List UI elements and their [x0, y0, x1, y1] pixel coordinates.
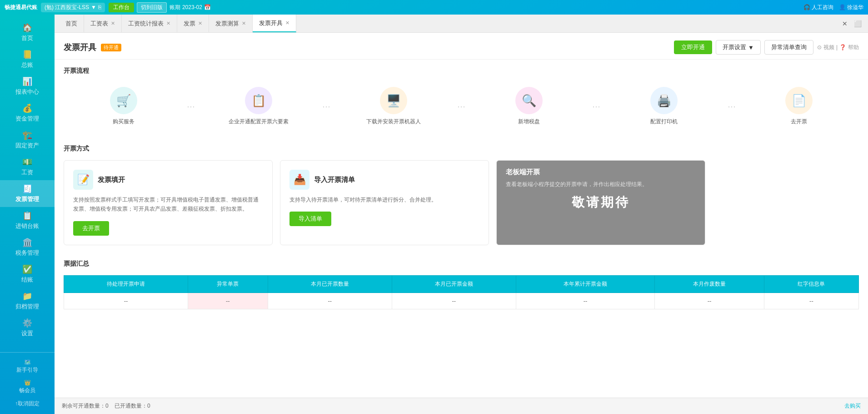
import-invoice-desc: 支持导入待开票清单，可对待开票清单进行拆分、合并处理。 — [289, 195, 479, 204]
page-header: 发票开具 待开通 立即开通 开票设置 ▼ 异常清单查询 ⊙ 视频 | ❓ — [55, 33, 868, 60]
val-red-info: -- — [764, 293, 858, 309]
go-invoice-button[interactable]: 去开票 — [73, 221, 109, 236]
sidebar-item-reports[interactable]: 📊 报表中心 — [0, 73, 55, 100]
add-taxdisk-label: 新增税盘 — [518, 118, 540, 126]
tab-invoice[interactable]: 发票 ✕ — [177, 15, 209, 32]
page-help[interactable]: ⊙ 视频 | ❓ 帮助 — [817, 44, 859, 51]
tab-invoice-calc[interactable]: 发票测算 ✕ — [209, 15, 253, 32]
tab-salary-report-close[interactable]: ✕ — [166, 20, 170, 26]
methods-cards: 📝 发票填开 支持按照发票样式手工填写开发票；可开具增值税电子普通发票、增值税普… — [64, 160, 859, 245]
guide-icon: 🗺️ — [24, 359, 31, 365]
config-printer-icon: 🖨️ — [650, 87, 678, 114]
tab-invoice-calc-close[interactable]: ✕ — [242, 20, 246, 26]
user-profile[interactable]: 👤 徐溢华 — [839, 4, 863, 11]
manual-invoice-desc: 支持按照发票样式手工填写开发票；可开具增值税电子普通发票、增值税普通发票、增值税… — [73, 195, 263, 214]
tab-invoice-tools[interactable]: 发票开具 ✕ — [253, 15, 296, 32]
archive-icon: 📁 — [22, 291, 32, 301]
tab-salary-report[interactable]: 工资统计报表 ✕ — [122, 15, 177, 32]
workflow: 🛒 购买服务 ⋯ 📋 企业开通配置开票六要素 ⋯ 🖥️ 下载并安装开票机器人 ⋯ — [64, 82, 859, 130]
switch-version-button[interactable]: 切到旧版 — [137, 2, 167, 13]
settlement-icon: ✅ — [22, 264, 32, 274]
sidebar-item-purchase-sales[interactable]: 📋 进销台账 — [0, 207, 55, 234]
sidebar-item-label: 固定资产 — [15, 141, 39, 150]
sidebar-item-label: 设置 — [21, 329, 33, 338]
import-list-button[interactable]: 导入清单 — [289, 212, 331, 226]
workflow-step-config-printer[interactable]: 🖨️ 配置打印机 — [604, 87, 723, 126]
tab-salary-report-label: 工资统计报表 — [128, 20, 164, 28]
sidebar-item-funds[interactable]: 💰 资金管理 — [0, 100, 55, 126]
methods-section: 开票方式 📝 发票填开 支持按照发票样式手工填写开发票；可开具增值税电子普通发票… — [55, 137, 868, 252]
sidebar-item-general-ledger[interactable]: 📒 总账 — [0, 46, 55, 73]
sidebar-bottom: 🗺️ 新手引导 👑 畅会员 ↑取消固定 — [0, 352, 55, 414]
top-bar: 畅捷通易代账 (勉) 江西股宝-LSS ▼ ⎘ 工作台 切到旧版 账期 2023… — [0, 0, 868, 15]
period-label: 账期 — [170, 4, 180, 11]
sidebar-item-assets[interactable]: 🏗️ 固定资产 — [0, 126, 55, 153]
tab-salary-table-close[interactable]: ✕ — [111, 20, 115, 26]
company-selector[interactable]: (勉) 江西股宝-LSS ▼ ⎘ — [41, 3, 105, 12]
workflow-section-title: 开票流程 — [64, 67, 859, 75]
tab-restore-button[interactable]: ⬜ — [852, 18, 863, 29]
val-year-amount: -- — [516, 293, 654, 309]
sidebar-item-guide[interactable]: 🗺️ 新手引导 — [0, 356, 55, 377]
sidebar-item-archive[interactable]: 📁 归档管理 — [0, 288, 55, 314]
sidebar-item-settlement[interactable]: ✅ 结账 — [0, 261, 55, 288]
tab-close-all-button[interactable]: ✕ — [840, 18, 849, 29]
workflow-step-open-invoice[interactable]: 📄 去开票 — [739, 87, 859, 126]
add-taxdisk-icon: 🔍 — [515, 87, 543, 114]
immediate-open-button[interactable]: 立即开通 — [674, 40, 712, 54]
sidebar-item-label: 发票管理 — [15, 195, 39, 203]
tab-salary-table[interactable]: 工资表 ✕ — [84, 15, 122, 32]
sidebar-item-label: 税务管理 — [15, 249, 39, 257]
period-display: 账期 2023-02 📅 — [170, 4, 211, 11]
settings-dropdown-icon: ▼ — [748, 44, 754, 51]
open-invoice-label: 去开票 — [791, 118, 807, 126]
tab-invoice-tools-close[interactable]: ✕ — [285, 20, 289, 26]
top-bar-buttons: 工作台 切到旧版 账期 2023-02 📅 — [109, 2, 211, 13]
page-title: 发票开具 — [64, 42, 96, 53]
sidebar-item-home[interactable]: 🏠 首页 — [0, 19, 55, 46]
settings-icon: ⚙️ — [22, 318, 32, 328]
main-content: 首页 工资表 ✕ 工资统计报表 ✕ 发票 ✕ 发票测算 ✕ 发票开具 ✕ — [55, 15, 868, 414]
val-month-count: -- — [268, 293, 392, 309]
tab-bar: 首页 工资表 ✕ 工资统计报表 ✕ 发票 ✕ 发票测算 ✕ 发票开具 ✕ — [55, 15, 868, 33]
buy-more-link[interactable]: 去购买 — [844, 402, 861, 410]
sidebar-item-invoices[interactable]: 🧾 发票管理 — [0, 180, 55, 207]
sidebar-item-payroll[interactable]: 💵 工资 — [0, 153, 55, 180]
consult-link[interactable]: 🎧 人工咨询 — [803, 4, 833, 11]
manual-invoice-title: 发票填开 — [98, 176, 125, 184]
sidebar-item-tax[interactable]: 🏛️ 税务管理 — [0, 234, 55, 261]
sidebar-item-label: 报表中心 — [15, 88, 39, 96]
summary-data-row: -- -- -- -- -- -- -- — [64, 293, 859, 309]
workstation-button[interactable]: 工作台 — [109, 3, 134, 12]
tab-invoice-close[interactable]: ✕ — [198, 20, 202, 26]
workflow-arrow-5: ⋯ — [724, 101, 739, 111]
footer-info: 剩余可开通数量：0 已开通数量：0 — [62, 402, 150, 410]
tab-home[interactable]: 首页 — [59, 15, 84, 32]
old-platform-overlay: 敬请期待 — [497, 161, 705, 245]
sidebar-unpin[interactable]: ↑取消固定 — [0, 397, 55, 410]
help-label: 帮助 — [848, 44, 859, 51]
config-printer-label: 配置打印机 — [650, 118, 678, 126]
workflow-step-config-open[interactable]: 📋 企业开通配置开票六要素 — [199, 87, 318, 126]
abnormal-query-button[interactable]: 异常清单查询 — [764, 40, 813, 55]
company-name: (勉) 江西股宝-LSS — [45, 4, 89, 11]
col-header-year-amount: 本年累计开票金额 — [516, 275, 654, 293]
import-invoice-icon: 📥 — [289, 170, 309, 190]
period-calendar-icon[interactable]: 📅 — [204, 4, 211, 10]
company-dropdown-icon: ▼ — [91, 4, 96, 10]
open-settings-button[interactable]: 开票设置 ▼ — [716, 40, 761, 55]
workflow-step-download-install[interactable]: 🖥️ 下载并安装开票机器人 — [334, 87, 454, 126]
sidebar-item-settings[interactable]: ⚙️ 设置 — [0, 314, 55, 341]
workflow-step-buy-service[interactable]: 🛒 购买服务 — [64, 87, 183, 126]
sidebar-item-member[interactable]: 👑 畅会员 — [0, 377, 55, 397]
open-invoice-icon: 📄 — [785, 87, 813, 114]
sidebar-item-label: 归档管理 — [15, 303, 39, 311]
sidebar-item-label: 首页 — [21, 34, 33, 42]
copy-icon[interactable]: ⎘ — [98, 4, 101, 10]
help-icon: ❓ — [839, 44, 846, 50]
footer-bar: 剩余可开通数量：0 已开通数量：0 去购买 — [55, 398, 868, 414]
unpin-label: ↑取消固定 — [15, 400, 40, 408]
tax-icon: 🏛️ — [22, 237, 32, 247]
val-void-count: -- — [655, 293, 764, 309]
workflow-step-add-taxdisk[interactable]: 🔍 新增税盘 — [469, 87, 589, 126]
